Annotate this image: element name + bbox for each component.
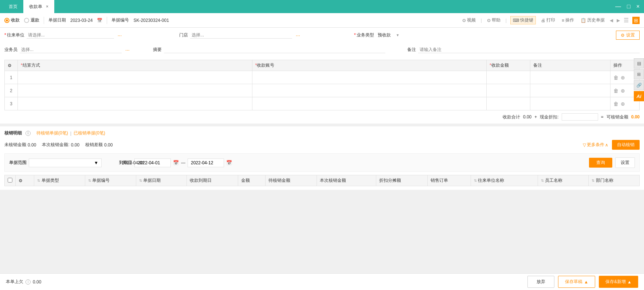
tab-home[interactable]: 首页 [3, 0, 23, 13]
auto-cancel-btn[interactable]: 自动核销 [612, 140, 640, 150]
filter-settings-btn[interactable]: 设置 [615, 157, 635, 168]
mini-btn-ai[interactable]: Ai [634, 91, 644, 101]
calendar-to-icon[interactable]: 📅 [226, 160, 232, 165]
nav-right-icon[interactable]: ▶ [617, 18, 620, 23]
table-row: 1 🗑 ⊕ [5, 71, 640, 84]
verify-info-icon[interactable]: i [25, 131, 31, 136]
delete-row-2-icon[interactable]: 🗑 [613, 88, 619, 94]
table-row: 3 🗑 ⊕ [5, 97, 640, 110]
toolbar: 收款 退款 单据日期 2023-03-24 📅 单据编号 SK-20230324… [0, 13, 644, 28]
mini-btn-grid[interactable]: ⊞ [634, 69, 644, 79]
query-btn[interactable]: 查询 [589, 158, 612, 168]
partner-more-btn[interactable]: ··· [116, 32, 123, 38]
receipt-radio-dot [4, 18, 9, 23]
this-order-info-icon[interactable]: i [25, 279, 31, 285]
draft-btn[interactable]: 保存草稿 ▲ [558, 276, 595, 288]
done-tab[interactable]: 已核销单据(0笔) [71, 130, 107, 136]
store-input[interactable] [190, 32, 292, 39]
auto-cancel-label: 自动核销 [617, 142, 635, 147]
summary-field: 摘要 [153, 46, 385, 53]
partner-input[interactable] [27, 32, 114, 39]
close-btn[interactable]: × [635, 3, 641, 11]
settlement-cell-2[interactable] [18, 84, 252, 97]
minimize-btn[interactable]: — [614, 3, 623, 11]
calendar-from-icon[interactable]: 📅 [173, 160, 179, 165]
amount-cell-1[interactable] [487, 71, 530, 84]
cash-discount-input[interactable] [562, 113, 598, 121]
nav-left-icon[interactable]: ◀ [610, 18, 613, 23]
th-doc-date[interactable]: ⇅ 单据日期 [136, 175, 187, 186]
account-cell-2[interactable] [252, 84, 487, 97]
th-doc-number[interactable]: ⇅ 单据编号 [85, 175, 136, 186]
delete-row-3-icon[interactable]: 🗑 [613, 101, 619, 107]
pending-tab[interactable]: 待核销单据(0笔) [34, 130, 70, 136]
th-employee[interactable]: ⇅ 员工名称 [538, 175, 589, 186]
tab-receipt[interactable]: 收款单 × [23, 0, 54, 13]
amount-cell-2[interactable] [487, 84, 530, 97]
settlement-cell-3[interactable] [18, 97, 252, 110]
shortcut-btn[interactable]: ⌨ 快捷键 [510, 16, 536, 24]
summary-input[interactable] [164, 46, 385, 53]
salesman-more-btn[interactable]: ··· [124, 47, 131, 53]
th-gear-bottom[interactable]: ⚙ [16, 175, 34, 186]
remark-field: 备注 [407, 46, 640, 53]
number-label: 单据编号 [111, 17, 129, 23]
calendar-icon[interactable]: 📅 [97, 18, 102, 23]
grid-view-icon[interactable]: ⊞ [632, 17, 640, 24]
th-doc-type[interactable]: ⇅ 单据类型 [34, 175, 85, 186]
abandon-btn[interactable]: 放弃 [527, 276, 554, 288]
more-conditions-btn[interactable]: ▽ 更多条件 ∧ [583, 142, 608, 148]
refund-radio-label: 退款 [31, 17, 39, 23]
copy-row-1-icon[interactable]: ⊕ [621, 75, 625, 81]
shortcut-label: 快捷键 [520, 17, 533, 23]
settlement-cell-1[interactable] [18, 71, 252, 84]
footer-right: 放弃 保存草稿 ▲ 保存&新增 ▲ [527, 276, 638, 288]
th-checkbox[interactable] [5, 175, 16, 186]
verify-section: 核销明细 i 待核销单据(0笔) | 已核销单据(0笔) 未核销金额 0.00 … [0, 126, 644, 190]
mini-btn-table[interactable]: ▤ [634, 58, 644, 68]
date-value[interactable]: 2023-03-24 [70, 18, 93, 23]
remark-cell-2[interactable] [530, 84, 610, 97]
settings-button[interactable]: ⚙ 设置 [616, 31, 640, 40]
receipt-radio[interactable]: 收款 [4, 17, 20, 23]
filter-section: 单据范围 ▼ 到期日 2022-04-01 📅 — 📅 查询 [4, 153, 640, 172]
range-select[interactable]: ▼ [29, 158, 102, 167]
restore-btn[interactable]: □ [625, 3, 632, 11]
remark-cell-3[interactable] [530, 97, 610, 110]
copy-row-3-icon[interactable]: ⊕ [621, 101, 625, 107]
row-num-1: 1 [5, 71, 18, 84]
remark-cell-1[interactable] [530, 71, 610, 84]
date-from-input[interactable] [134, 158, 171, 167]
partner-field: *往来单位 ··· [4, 32, 157, 39]
help-btn[interactable]: ⊙ 帮助 [486, 16, 502, 24]
print-btn[interactable]: 🖨 打印 [539, 16, 557, 24]
th-sales-order: 销售订单 [427, 175, 471, 186]
video-btn[interactable]: ⊙ 视频 [461, 16, 477, 24]
th-department[interactable]: ⇅ 部门名称 [589, 175, 640, 186]
list-view-icon[interactable]: ☰ [624, 17, 629, 24]
th-discount: 折扣分摊额 [376, 175, 428, 186]
th-gear[interactable]: ⚙ [5, 60, 18, 71]
account-cell-3[interactable] [252, 97, 487, 110]
delete-row-1-icon[interactable]: 🗑 [613, 75, 619, 81]
save-new-btn[interactable]: 保存&新增 ▲ [599, 276, 638, 288]
refund-radio[interactable]: 退款 [24, 17, 39, 23]
remark-input[interactable] [418, 46, 640, 53]
sort-icon-partner: ⇅ [474, 179, 477, 183]
account-cell-1[interactable] [252, 71, 487, 84]
operation-btn[interactable]: ≡ 操作 [560, 16, 576, 24]
business-type-chevron[interactable]: ▼ [396, 33, 400, 37]
tab-receipt-close[interactable]: × [46, 4, 48, 9]
copy-row-2-icon[interactable]: ⊕ [621, 88, 625, 94]
print-icon: 🖨 [541, 18, 545, 23]
table-container: ⚙ *结算方式 *收款账号 *收款金额 备注 操作 [0, 60, 644, 110]
store-more-btn[interactable]: ··· [294, 32, 302, 38]
date-to-input[interactable] [188, 158, 224, 167]
amount-cell-3[interactable] [487, 97, 530, 110]
salesman-input[interactable] [20, 46, 122, 53]
history-btn[interactable]: 📋 历史单据 [579, 16, 606, 24]
mini-btn-link[interactable]: 🔗 [634, 80, 644, 90]
th-partner-name[interactable]: ⇅ 往来单位名称 [471, 175, 538, 186]
toolbar-divider-2 [107, 17, 107, 24]
select-all-checkbox[interactable] [8, 178, 12, 183]
